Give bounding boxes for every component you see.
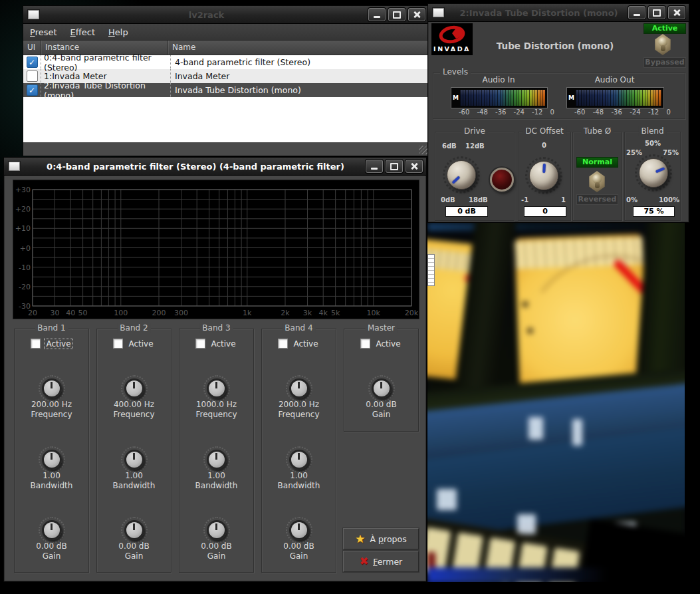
maximize-button[interactable] [648,6,665,19]
red-x-icon: ✖ [360,556,368,567]
bypass-toggle-switch[interactable] [654,34,671,55]
band1-gain-knob[interactable] [42,520,62,540]
invada-logo: INVADA [431,23,473,55]
plugin-table: ✓ 0:4-band parametric filter (Stereo) 4-… [23,55,429,144]
about-button[interactable]: ★ À propos [343,528,419,549]
band1-frequency-knob[interactable] [42,378,62,398]
band1-active-checkbox[interactable] [31,339,41,349]
svg-text:20k: 20k [405,309,419,317]
band4-frequency-knob[interactable] [289,378,309,398]
band3-gain-label: Gain [207,551,226,561]
blend-tick: 100% [659,196,679,204]
svg-text:3k: 3k [303,309,312,317]
band3-bandwidth-label: Bandwidth [195,481,238,491]
band2-bandwidth-label: Bandwidth [113,481,156,491]
band2-active-label: Active [127,339,154,349]
lv2rack-title: lv2rack [45,10,368,20]
drive-label: Drive [461,126,488,136]
blend-tick: 75% [663,149,679,156]
close-icon [410,162,418,170]
band4-active-checkbox[interactable] [278,339,288,349]
drive-led-lamp [490,168,514,192]
band4-gain-knob[interactable] [289,520,309,540]
band2-label: Band 2 [117,323,150,333]
invada-titlebar[interactable]: 2:Invada Tube Distortion (mono) [428,4,689,22]
band2-active-checkbox[interactable] [113,339,123,349]
menu-preset[interactable]: Preset [23,25,64,39]
menu-help[interactable]: Help [102,25,135,39]
knob-pointer [451,176,460,184]
ui-checkbox-checked[interactable]: ✓ [27,84,38,96]
band1-gain-label: Gain [43,551,61,561]
close-button[interactable] [668,6,685,19]
band3-bandwidth-knob[interactable] [207,450,227,470]
band2-gain-knob[interactable] [124,520,144,540]
svg-text:-20: -20 [19,283,31,291]
tube-phase-toggle[interactable] [588,171,606,192]
desktop: lv2rack Preset Effect Help UI Instance N… [0,0,700,594]
tube-reversed-label: Reversed [576,194,618,205]
audio-out-label: Audio Out [566,75,663,84]
band3-gain-knob[interactable] [207,520,227,540]
minimize-button[interactable] [368,8,386,21]
blend-knob[interactable] [639,158,668,188]
band3-active-checkbox[interactable] [195,339,205,349]
menu-effect[interactable]: Effect [64,25,102,39]
blend-tick: 25% [626,149,642,156]
tube-phase-frame: Tube Ø Normal Reversed [572,132,622,221]
tube-normal-label: Normal [576,157,618,168]
photo-panel-marking [517,514,536,534]
drive-knob[interactable] [447,160,476,190]
maximize-icon [393,11,401,19]
master-frame: Master Active 0.00 dB Gain [344,329,419,432]
photo-panel-marking [437,489,457,510]
close-plugin-button[interactable]: ✖ Fermer [343,551,419,572]
photo-content [427,223,685,582]
table-row[interactable]: ✓ 0:4-band parametric filter (Stereo) 4-… [23,55,429,69]
band3-frequency-knob[interactable] [207,378,227,398]
master-gain-knob[interactable] [372,378,392,398]
svg-text:50: 50 [78,309,88,317]
photo-right-vu-meter [515,234,647,390]
filter-titlebar[interactable]: 0:4-band parametric filter (Stereo) (4-b… [4,158,426,176]
close-button[interactable] [406,160,423,173]
column-header-ui[interactable]: UI [23,41,41,55]
band4-bandwidth-knob[interactable] [289,450,309,470]
maximize-button[interactable] [386,160,403,173]
svg-text:1k: 1k [243,309,252,317]
dc-offset-knob[interactable] [529,161,558,190]
led-strip [460,90,545,106]
close-button[interactable] [408,8,425,21]
svg-text:4k: 4k [319,309,328,317]
lv2rack-titlebar[interactable]: lv2rack [23,6,429,24]
band2-frequency-label: Frequency [114,410,155,420]
maximize-icon [390,163,398,170]
bypassed-state-label: Bypassed [643,57,686,68]
svg-text:100: 100 [114,309,128,317]
toggle-stem [661,45,665,51]
master-active-checkbox[interactable] [360,339,370,349]
dc-offset-value: 0 [524,206,566,217]
cell-instance: 2:Invada Tube Distortion (mono) [41,83,170,97]
column-header-name[interactable]: Name [168,41,429,55]
table-row-selected[interactable]: ✓ 2:Invada Tube Distortion (mono) Invada… [23,83,429,97]
band4-gain-label: Gain [290,551,308,561]
audio-out-meter: M [566,87,664,108]
band1-bandwidth-knob[interactable] [42,450,62,470]
minimize-button[interactable] [366,160,383,173]
band3-active-label: Active [209,339,237,349]
audio-in-label: Audio In [451,75,546,84]
ui-checkbox-checked[interactable]: ✓ [27,57,38,68]
band2-frequency-knob[interactable] [124,378,144,398]
ui-checkbox-unchecked[interactable] [27,71,38,82]
about-button-label: À propos [370,534,407,544]
close-icon [413,11,421,19]
cell-name: Invada Meter [170,69,429,83]
svg-text:+30: +30 [15,186,31,194]
band2-bandwidth-knob[interactable] [124,450,144,470]
maximize-button[interactable] [388,8,406,21]
photo-panel-marking [572,419,582,446]
minimize-button[interactable] [628,6,645,19]
resize-grip[interactable] [419,146,427,154]
svg-text:300: 300 [174,309,188,317]
